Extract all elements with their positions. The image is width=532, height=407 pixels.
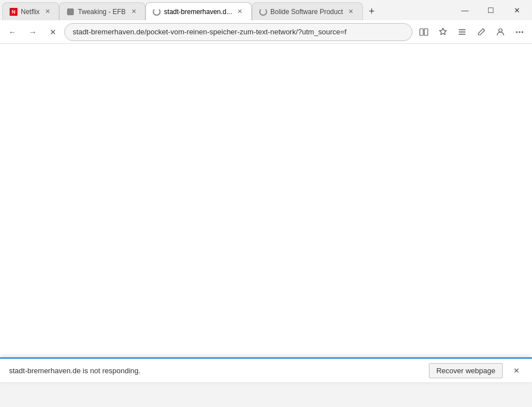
new-tab-button[interactable]: + (363, 2, 381, 20)
forward-button[interactable]: → (24, 23, 42, 41)
title-bar: N Netflix ✕ Tweaking - EFB ✕ stadt-breme… (0, 0, 532, 20)
not-responding-notification: stadt-bremerhaven.de is not responding. … (0, 357, 532, 382)
tab-bolide[interactable]: Bolide Software Product ✕ (252, 2, 363, 20)
browser-window: N Netflix ✕ Tweaking - EFB ✕ stadt-breme… (0, 0, 532, 407)
recover-webpage-button[interactable]: Recover webpage (429, 363, 503, 378)
netflix-favicon-icon: N (10, 8, 17, 16)
svg-point-8 (522, 31, 524, 33)
bolide-favicon-icon (259, 8, 267, 16)
svg-rect-1 (424, 29, 428, 35)
favorites-button[interactable] (434, 23, 452, 41)
profile-button[interactable] (491, 23, 509, 41)
not-responding-message: stadt-bremerhaven.de is not responding. (9, 366, 422, 375)
svg-point-7 (519, 31, 521, 33)
draw-button[interactable] (472, 23, 490, 41)
tab-bremerhaven[interactable]: stadt-bremerhaven.d... ✕ (145, 2, 252, 20)
tweaking-favicon-icon (66, 8, 74, 16)
page-content-area: stadt-bremerhaven.de is not responding. … (0, 44, 532, 382)
tab-bolide-title: Bolide Software Product (271, 8, 343, 16)
tab-bremerhaven-close-icon[interactable]: ✕ (236, 7, 245, 16)
tab-tweaking[interactable]: Tweaking - EFB ✕ (59, 2, 145, 20)
reading-view-button[interactable] (415, 23, 433, 41)
reload-button[interactable]: ✕ (44, 23, 62, 41)
bremerhaven-favicon-icon (153, 8, 161, 16)
svg-rect-0 (420, 29, 423, 35)
maximize-button[interactable]: ☐ (478, 1, 504, 19)
menu-button[interactable] (453, 23, 471, 41)
svg-point-6 (516, 31, 518, 33)
tab-bolide-close-icon[interactable]: ✕ (347, 7, 356, 16)
tab-tweaking-close-icon[interactable]: ✕ (129, 7, 138, 16)
minimize-button[interactable]: — (452, 1, 478, 19)
svg-rect-3 (459, 32, 466, 33)
back-button[interactable]: ← (3, 23, 21, 41)
notification-close-button[interactable]: ✕ (509, 364, 523, 377)
address-bar[interactable]: stadt-bremerhaven.de/pocket-vom-reinen-s… (64, 23, 413, 41)
tab-netflix-close-icon[interactable]: ✕ (43, 7, 52, 16)
close-button[interactable]: ✕ (504, 1, 530, 19)
svg-rect-2 (459, 29, 466, 30)
url-text: stadt-bremerhaven.de/pocket-vom-reinen-s… (73, 28, 347, 36)
tab-bremerhaven-title: stadt-bremerhaven.d... (164, 8, 232, 16)
tabs-container: N Netflix ✕ Tweaking - EFB ✕ stadt-breme… (2, 0, 452, 20)
svg-point-5 (499, 29, 502, 32)
tab-tweaking-title: Tweaking - EFB (78, 8, 126, 16)
tab-netflix[interactable]: N Netflix ✕ (2, 2, 59, 20)
more-options-button[interactable] (511, 23, 529, 41)
nav-icons-group (415, 23, 529, 41)
navigation-bar: ← → ✕ stadt-bremerhaven.de/pocket-vom-re… (0, 20, 532, 44)
svg-rect-4 (459, 34, 466, 35)
tab-netflix-title: Netflix (21, 8, 39, 16)
window-controls: — ☐ ✕ (452, 1, 530, 19)
